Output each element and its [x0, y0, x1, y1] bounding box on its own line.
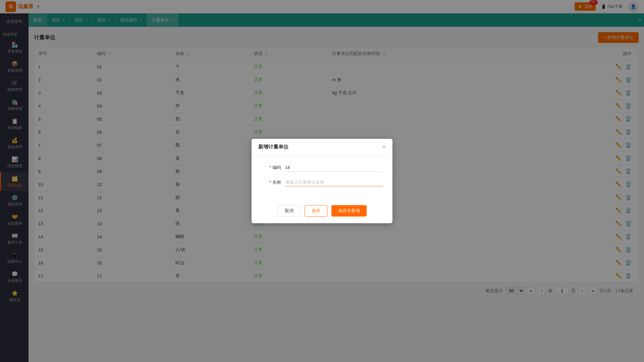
- modal-overlay[interactable]: 新增计量单位 × * 编码 * 名称 取消 保存 保存并新增: [0, 0, 644, 362]
- modal-close-button[interactable]: ×: [382, 143, 386, 150]
- save-new-button[interactable]: 保存并新增: [331, 205, 367, 217]
- form-row-name: * 名称: [261, 178, 383, 186]
- code-label: * 编码: [261, 165, 281, 171]
- add-unit-modal: 新增计量单位 × * 编码 * 名称 取消 保存 保存并新增: [252, 139, 392, 223]
- modal-footer: 取消 保存 保存并新增: [252, 201, 392, 223]
- code-input[interactable]: [285, 164, 383, 172]
- name-input[interactable]: [285, 178, 383, 186]
- modal-body: * 编码 * 名称: [252, 156, 392, 201]
- modal-title: 新增计量单位: [258, 144, 288, 150]
- modal-header: 新增计量单位 ×: [252, 139, 392, 156]
- app-container: 益 益鑫通 ▼ 🔔 消息 99+ 📱 App下载 👤 搜索菜单: [0, 0, 644, 362]
- cancel-button[interactable]: 取消: [278, 205, 301, 217]
- save-button[interactable]: 保存: [305, 205, 327, 217]
- name-label: * 名称: [261, 179, 281, 185]
- form-row-code: * 编码: [261, 164, 383, 172]
